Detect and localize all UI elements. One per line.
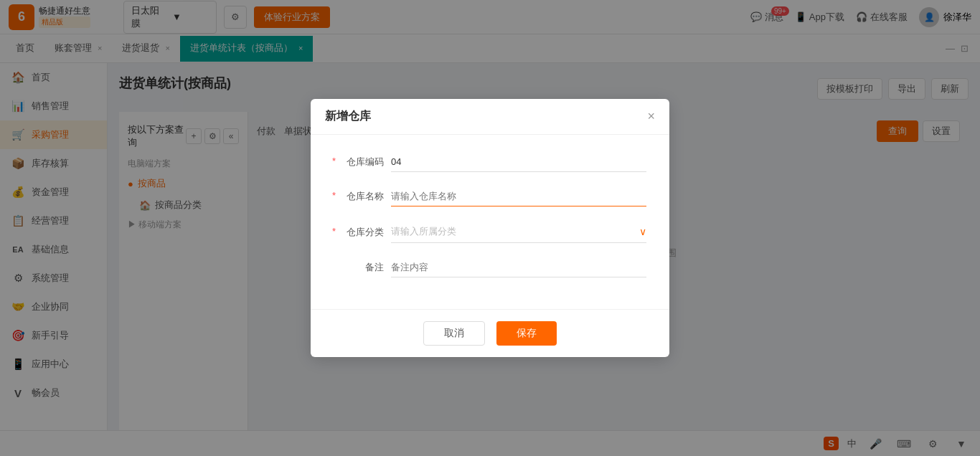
category-select-arrow: ∨ [639, 226, 646, 237]
form-row-name: 仓库名称 [334, 186, 646, 206]
dialog-title: 新增仓库 [325, 109, 371, 124]
add-warehouse-dialog: 新增仓库 × 仓库编码 仓库名称 仓库分类 请输入所属分类 ∨ 备注 [311, 99, 669, 357]
cancel-button[interactable]: 取消 [423, 321, 485, 346]
warehouse-code-input[interactable] [391, 152, 646, 172]
dialog-close-button[interactable]: × [647, 109, 655, 124]
category-label: 仓库分类 [334, 226, 391, 239]
form-row-category: 仓库分类 请输入所属分类 ∨ [334, 221, 646, 243]
warehouse-name-input[interactable] [391, 186, 646, 206]
dialog-header: 新增仓库 × [311, 99, 669, 135]
dialog-overlay: 新增仓库 × 仓库编码 仓库名称 仓库分类 请输入所属分类 ∨ 备注 [0, 0, 980, 456]
code-label: 仓库编码 [334, 156, 391, 168]
name-label: 仓库名称 [334, 190, 391, 203]
remark-label: 备注 [334, 261, 391, 274]
dialog-footer: 取消 保存 [311, 309, 669, 357]
warehouse-category-select[interactable]: 请输入所属分类 ∨ [391, 221, 646, 243]
dialog-body: 仓库编码 仓库名称 仓库分类 请输入所属分类 ∨ 备注 [311, 135, 669, 309]
warehouse-remark-input[interactable] [391, 257, 646, 277]
form-row-code: 仓库编码 [334, 152, 646, 172]
save-button[interactable]: 保存 [496, 321, 557, 346]
form-row-remark: 备注 [334, 257, 646, 277]
category-placeholder: 请输入所属分类 [391, 225, 456, 238]
